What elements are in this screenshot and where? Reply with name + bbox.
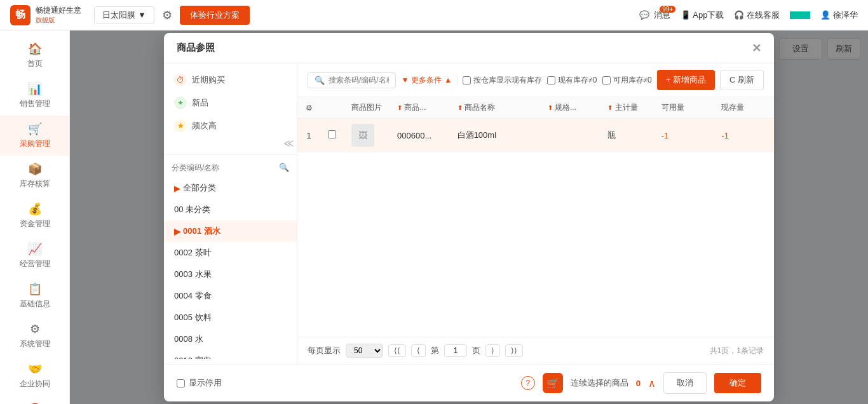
row-checkbox[interactable] (328, 130, 336, 138)
per-page-select[interactable]: 50 100 200 (346, 344, 383, 358)
checkbox-by-warehouse-input[interactable] (463, 76, 471, 84)
sidebar-item-home[interactable]: 🏠 首页 (0, 36, 69, 76)
filter-separator (457, 75, 458, 85)
th-unit[interactable]: ⬆ 主计量 (600, 97, 653, 119)
product-search-input[interactable] (329, 76, 389, 84)
first-page-btn[interactable]: ⟨⟨ (388, 344, 406, 357)
nav-select[interactable]: 日太阳膜 ▼ (94, 6, 154, 24)
sidebar-item-basic[interactable]: 📋 基础信息 (0, 276, 69, 316)
app-download-btn[interactable]: 📱 App下载 (681, 10, 724, 21)
sidebar: 🏠 首页 📊 销售管理 🛒 采购管理 📦 库存核算 💰 资金管理 📈 经营管理 … (0, 30, 70, 404)
user-area[interactable]: 👤 徐泽华 (820, 10, 858, 21)
sidebar-label-collab: 企业协同 (20, 379, 50, 389)
last-page-btn[interactable]: ⟩⟩ (505, 344, 523, 357)
sidebar-label-sales: 销售管理 (20, 98, 50, 109)
prev-page-btn[interactable]: ⟨ (411, 344, 426, 357)
messages-btn[interactable]: 💬 99+ 消息 (639, 10, 671, 21)
purchase-icon: 🛒 (28, 122, 42, 136)
collapse-left-btn[interactable]: ≪ (164, 137, 297, 149)
left-nav-freq[interactable]: ★ 频次高 (164, 114, 297, 137)
category-item-1[interactable]: ▶ 0001 酒水 (164, 220, 297, 242)
th-avail: 可用量 (654, 97, 714, 119)
modal-close-btn[interactable]: ✕ (752, 43, 761, 54)
show-disabled-label: 显示停用 (189, 377, 222, 389)
checkbox-avail-nonzero[interactable]: 可用库存≠0 (602, 75, 652, 86)
collapse-up-icon[interactable]: ∧ (648, 377, 656, 389)
experience-btn[interactable]: 体验行业方案 (180, 6, 250, 25)
top-nav: 畅 畅捷通好生意 旗舰版 日太阳膜 ▼ ⚙ 体验行业方案 💬 99+ 消息 📱 … (0, 0, 868, 30)
freq-icon: ★ (174, 119, 187, 132)
new-icon: ✦ (174, 97, 187, 109)
cart-count: 0 (636, 379, 641, 388)
cell-code: 000600... (390, 119, 450, 152)
cart-text: 连续选择的商品 (571, 377, 628, 389)
pagination: 每页显示 50 100 200 ⟨⟨ ⟨ 第 页 ⟩ (297, 337, 774, 364)
add-product-btn[interactable]: + 新增商品 (657, 70, 715, 90)
cancel-btn[interactable]: 取消 (663, 372, 707, 394)
sidebar-item-operations[interactable]: 📈 经营管理 (0, 236, 69, 276)
page-input[interactable] (444, 344, 467, 357)
sidebar-item-sales[interactable]: 📊 销售管理 (0, 76, 69, 116)
product-thumbnail: 🖼 (351, 124, 374, 147)
layout: 🏠 首页 📊 销售管理 🛒 采购管理 📦 库存核算 💰 资金管理 📈 经营管理 … (0, 30, 868, 404)
category-item-5[interactable]: 0005 饮料 (164, 307, 297, 328)
sidebar-item-finance[interactable]: 💰 资金管理 (0, 196, 69, 236)
category-label-3: 0003 水果 (174, 269, 212, 280)
sidebar-item-system[interactable]: ⚙ 系统管理 (0, 316, 69, 356)
page-info: 共1页，1条记录 (710, 346, 764, 356)
category-search-icon[interactable]: 🔍 (279, 163, 289, 172)
category-item-3[interactable]: 0003 水果 (164, 264, 297, 285)
sidebar-item-guide[interactable]: 🎯 新手引导 (0, 396, 69, 404)
category-item-4[interactable]: 0004 零食 (164, 285, 297, 307)
gear-icon[interactable]: ⚙ (162, 8, 172, 22)
checkbox-stock-nonzero-input[interactable] (547, 76, 555, 84)
arrow-icon-1: ▶ (174, 227, 180, 236)
user-icon: 👤 (820, 10, 831, 20)
th-spec[interactable]: ⬆ 规格... (540, 97, 600, 119)
product-table: ⚙ 商品图片 ⬆ 商品... ⬆ (297, 97, 774, 152)
show-disabled-checkbox[interactable]: 显示停用 (177, 377, 222, 389)
category-item-6[interactable]: 0008 水 (164, 328, 297, 350)
left-nav-recent[interactable]: ⏱ 近期购买 (164, 69, 297, 91)
category-item-2[interactable]: 0002 茶叶 (164, 242, 297, 264)
confirm-btn[interactable]: 确定 (714, 373, 761, 393)
online-service-btn[interactable]: 🎧 在线客服 (734, 10, 780, 21)
cart-icon[interactable]: 🛒 (543, 373, 563, 393)
filter-btn[interactable]: ▼ 更多条件 ▲ (401, 75, 452, 86)
sidebar-item-inventory[interactable]: 📦 库存核算 (0, 156, 69, 196)
sidebar-item-collab[interactable]: 🤝 企业协同 (0, 356, 69, 396)
category-label-all: 全部分类 (183, 182, 216, 194)
left-nav-new[interactable]: ✦ 新品 (164, 91, 297, 114)
th-code[interactable]: ⬆ 商品... (390, 97, 450, 119)
cell-check[interactable] (320, 119, 344, 152)
category-item-0[interactable]: 00 未分类 (164, 199, 297, 220)
th-img: 商品图片 (344, 97, 390, 119)
cell-spec (540, 119, 600, 152)
table-row[interactable]: 1 🖼 (297, 119, 774, 152)
category-search: 🔍 (164, 160, 297, 175)
th-check (320, 97, 344, 119)
sidebar-item-purchase[interactable]: 🛒 采购管理 (0, 116, 69, 156)
help-icon[interactable]: ? (521, 376, 535, 390)
checkbox-avail-nonzero-input[interactable] (602, 76, 611, 84)
headset-icon: 🎧 (734, 10, 744, 20)
category-list: ▶ 全部分类 00 未分类 ▶ 0001 酒水 0002 茶 (164, 175, 297, 359)
sort-icon-name: ⬆ (458, 104, 463, 111)
checkbox-by-warehouse[interactable]: 按仓库显示现有库存 (463, 75, 542, 86)
next-page-btn[interactable]: ⟩ (485, 344, 500, 357)
category-item-7[interactable]: 0010 家电 (164, 350, 297, 359)
sales-icon: 📊 (28, 82, 42, 96)
category-label-1: 0001 酒水 (183, 226, 220, 237)
modal-footer: 显示停用 ? 🛒 连续选择的商品 0 ∧ 取消 确定 (164, 364, 774, 401)
category-search-input[interactable] (172, 163, 275, 172)
cell-stock: -1 (714, 119, 774, 152)
category-item-all[interactable]: ▶ 全部分类 (164, 177, 297, 199)
checkbox-stock-nonzero[interactable]: 现有库存≠0 (547, 75, 597, 86)
th-name[interactable]: ⬆ 商品名称 (450, 97, 540, 119)
th-settings[interactable]: ⚙ (297, 97, 320, 119)
recent-icon: ⏱ (174, 74, 187, 86)
operations-icon: 📈 (28, 242, 42, 256)
image-placeholder-icon: 🖼 (358, 130, 367, 140)
refresh-btn[interactable]: C 刷新 (720, 70, 764, 90)
show-disabled-input[interactable] (177, 379, 185, 387)
